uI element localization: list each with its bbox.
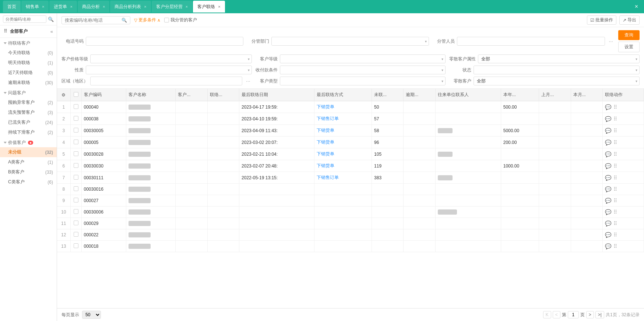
person-input[interactable] xyxy=(457,37,605,46)
contact-column-header[interactable]: 联络... xyxy=(207,89,239,101)
sidebar-item-7days[interactable]: 近7天待联络 (0) xyxy=(0,68,57,78)
last-way-link[interactable]: 下销售订单 xyxy=(317,175,339,180)
chat-icon[interactable]: 💬 xyxy=(605,198,611,204)
close-purchase-tab[interactable]: × xyxy=(70,4,72,9)
sidebar-item-tomorrow[interactable]: 明天待联络 (1) xyxy=(0,58,57,68)
row-checkbox[interactable] xyxy=(70,113,81,125)
prev-page-button[interactable]: < xyxy=(553,311,560,318)
region-dots-icon[interactable]: ··· xyxy=(244,78,252,84)
select-all-checkbox[interactable] xyxy=(74,92,78,97)
sidebar-item-declining[interactable]: 持续下滑客户 (2) xyxy=(0,127,57,137)
more-icon[interactable]: ⠿ xyxy=(613,198,617,204)
more-icon[interactable]: ⠿ xyxy=(613,128,617,134)
chat-icon[interactable]: 💬 xyxy=(605,104,611,110)
batch-operation-button[interactable]: ☑ 批量操作 xyxy=(587,15,616,25)
close-product-analysis-tab[interactable]: × xyxy=(103,4,105,9)
tab-customer-layer[interactable]: 客户分层经营 × xyxy=(152,1,192,13)
row-checkbox[interactable] xyxy=(70,172,81,184)
sidebar-item-churned[interactable]: 已流失客户 (24) xyxy=(0,117,57,127)
sidebar-item-hoarding-abnormal[interactable]: 囤购异常客户 (2) xyxy=(0,98,57,107)
collapse-sidebar-button[interactable]: « xyxy=(50,29,53,34)
chat-icon[interactable]: 💬 xyxy=(605,175,611,181)
type-column-header[interactable]: 客户... xyxy=(176,89,207,101)
more-icon[interactable]: ⠿ xyxy=(613,221,617,226)
row-checkbox[interactable] xyxy=(70,148,81,160)
sidebar-item-today[interactable]: 今天待联络 (0) xyxy=(0,48,57,58)
row-checkbox[interactable] xyxy=(70,160,81,172)
last-way-link[interactable]: 下销货单 xyxy=(317,104,334,109)
value-customers-header[interactable]: 价值客户 ● xyxy=(0,137,57,147)
more-icon[interactable]: ⠿ xyxy=(613,232,617,238)
row-checkbox[interactable] xyxy=(70,241,81,252)
last-date-column-header[interactable]: 最后联络日期 xyxy=(239,89,314,101)
row-checkbox[interactable] xyxy=(70,207,81,218)
settings-column-header[interactable]: ⚙ xyxy=(57,89,70,101)
chat-icon[interactable]: 💬 xyxy=(605,186,611,192)
all-customers-header[interactable]: ⠿ 全部客户 « xyxy=(0,25,57,38)
sidebar-item-unclassified[interactable]: 未分组 (32) xyxy=(0,147,57,157)
more-icon[interactable]: ⠿ xyxy=(613,140,617,145)
tab-sales[interactable]: 销售单 × xyxy=(21,1,49,13)
sidebar-item-class-b[interactable]: B类客户 (33) xyxy=(0,167,57,177)
customer-level-select[interactable] xyxy=(280,54,446,63)
row-checkbox[interactable] xyxy=(70,195,81,207)
retail-attr-select[interactable]: 全部 xyxy=(478,54,640,63)
sidebar-item-churn-warning[interactable]: 流失预警客户 (3) xyxy=(0,107,57,117)
page-size-select[interactable]: 102050100 xyxy=(82,311,101,319)
close-customer-contact-tab[interactable]: × xyxy=(218,4,220,9)
sidebar-item-class-c[interactable]: C类客户 (6) xyxy=(0,177,57,187)
last-way-link[interactable]: 下销货单 xyxy=(317,163,334,168)
more-icon[interactable]: ⠿ xyxy=(613,175,617,181)
page-number-input[interactable] xyxy=(568,311,579,318)
last-way-link[interactable]: 下销货单 xyxy=(317,128,334,133)
more-icon[interactable]: ⠿ xyxy=(613,151,617,157)
window-close-button[interactable]: × xyxy=(632,3,641,10)
phone-input[interactable] xyxy=(86,37,243,46)
settings-icon[interactable]: ⚙ xyxy=(61,92,66,98)
this-month-column-header[interactable]: 本月... xyxy=(571,89,602,101)
chat-icon[interactable]: 💬 xyxy=(605,209,611,215)
chat-icon[interactable]: 💬 xyxy=(605,128,611,134)
last-way-column-header[interactable]: 最后联络方式 xyxy=(314,89,372,101)
company-contact-column-header[interactable]: 往来单位联系人 xyxy=(435,89,501,101)
tab-home[interactable]: 首页 xyxy=(3,1,21,13)
gender-select[interactable] xyxy=(86,66,252,74)
more-icon[interactable]: ⠿ xyxy=(613,209,617,215)
pending-contact-header[interactable]: 待联络客户 xyxy=(0,38,57,48)
more-icon[interactable]: ⠿ xyxy=(613,116,617,122)
export-button[interactable]: ↗ 导出 xyxy=(619,15,640,25)
row-checkbox[interactable] xyxy=(70,218,81,229)
overdue-column-header[interactable]: 逾期... xyxy=(404,89,435,101)
chat-icon[interactable]: 💬 xyxy=(605,140,611,145)
tab-purchase[interactable]: 进货单 × xyxy=(49,1,77,13)
reset-button[interactable]: 设置 xyxy=(618,42,640,52)
search-input[interactable] xyxy=(65,18,120,23)
more-icon[interactable]: ⠿ xyxy=(613,243,617,249)
problem-customers-header[interactable]: 问题客户 xyxy=(0,88,57,98)
next-page-button[interactable]: > xyxy=(586,311,594,318)
chat-icon[interactable]: 💬 xyxy=(605,151,611,157)
last-page-button[interactable]: >| xyxy=(595,311,604,318)
close-product-list-tab[interactable]: × xyxy=(144,4,146,9)
row-checkbox[interactable] xyxy=(70,229,81,241)
my-customers-checkbox-area[interactable]: 我分管的客户 xyxy=(164,17,197,23)
row-checkbox[interactable] xyxy=(70,125,81,137)
search-icon[interactable]: 🔍 xyxy=(122,18,127,23)
close-customer-layer-tab[interactable]: × xyxy=(186,4,188,9)
dept-select[interactable] xyxy=(271,37,429,46)
code-column-header[interactable]: 客户编码 xyxy=(81,89,126,101)
row-checkbox[interactable] xyxy=(70,137,81,148)
sidebar-search-input[interactable] xyxy=(3,15,46,23)
price-level-select[interactable] xyxy=(90,54,252,63)
sidebar-item-class-a[interactable]: A类客户 (1) xyxy=(0,157,57,167)
status-select[interactable] xyxy=(474,66,640,74)
name-column-header[interactable]: 客户名称 xyxy=(126,89,176,101)
last-way-link[interactable]: 下销货单 xyxy=(317,151,334,156)
person-dots-icon[interactable]: ··· xyxy=(607,38,615,44)
more-icon[interactable]: ⠿ xyxy=(613,163,617,169)
sidebar-search-icon[interactable]: 🔍 xyxy=(48,17,54,22)
chat-icon[interactable]: 💬 xyxy=(605,243,611,249)
more-icon[interactable]: ⠿ xyxy=(613,186,617,192)
chat-icon[interactable]: 💬 xyxy=(605,232,611,238)
close-sales-tab[interactable]: × xyxy=(42,4,44,9)
